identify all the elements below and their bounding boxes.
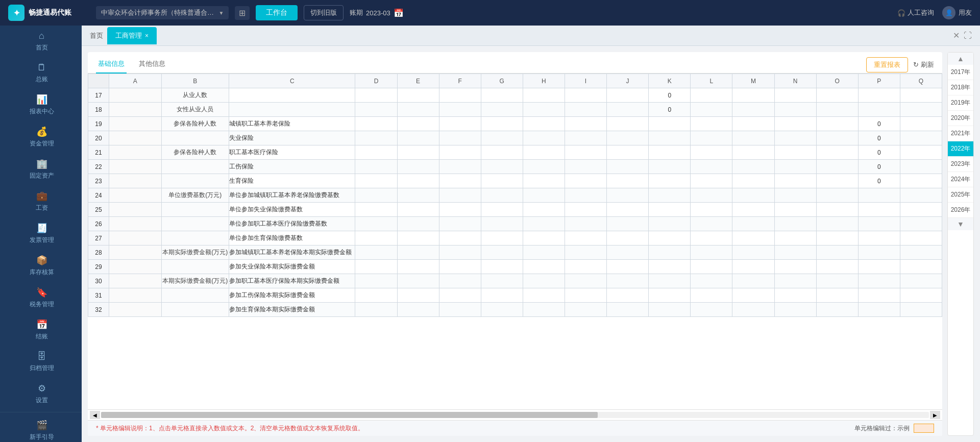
sidebar-item-settings[interactable]: ⚙ 设置 (0, 378, 82, 410)
cell-H[interactable] (523, 160, 565, 174)
cell-D[interactable] (355, 103, 397, 117)
cell-c[interactable]: 参加失业保险本期实际缴费金额 (229, 260, 355, 274)
cell-a[interactable] (109, 203, 162, 217)
cell-H[interactable] (523, 288, 565, 303)
cell-b[interactable] (161, 288, 229, 303)
cell-k[interactable] (649, 131, 691, 145)
cell-b[interactable]: 参保各险种人数 (161, 145, 229, 160)
cell-l[interactable] (691, 260, 732, 274)
horizontal-scrollbar[interactable]: ◀ ▶ (88, 409, 942, 420)
sidebar-item-finance[interactable]: 💰 资金管理 (0, 121, 82, 153)
cell-b[interactable] (161, 174, 229, 188)
cell-l[interactable] (691, 88, 732, 103)
cell-l[interactable] (691, 288, 732, 303)
year-item[interactable]: 2018年 (948, 80, 973, 95)
cell-D[interactable] (355, 117, 397, 131)
cell-a[interactable] (109, 288, 162, 303)
cell-o[interactable] (816, 174, 858, 188)
cell-I[interactable] (565, 288, 606, 303)
cell-a[interactable] (109, 145, 162, 160)
cell-G[interactable] (481, 231, 523, 245)
cell-m[interactable] (732, 303, 774, 317)
sidebar-item-wages[interactable]: 💼 工资 (0, 185, 82, 217)
cell-F[interactable] (439, 303, 481, 317)
cell-b[interactable] (161, 160, 229, 174)
cell-k[interactable] (649, 260, 691, 274)
cell-p[interactable] (858, 288, 900, 303)
cell-m[interactable] (732, 188, 774, 203)
cell-E[interactable] (397, 103, 439, 117)
cell-E[interactable] (397, 174, 439, 188)
cell-J[interactable] (607, 303, 649, 317)
cell-E[interactable] (397, 217, 439, 231)
cell-G[interactable] (481, 174, 523, 188)
sidebar-item-home[interactable]: ⌂ 首页 (0, 26, 82, 57)
cell-J[interactable] (607, 88, 649, 103)
cell-J[interactable] (607, 117, 649, 131)
cell-c[interactable]: 单位参加城镇职工基本养老保险缴费基数 (229, 188, 355, 203)
cell-F[interactable] (439, 245, 481, 260)
cell-q[interactable] (900, 103, 942, 117)
reset-report-button[interactable]: 重置报表 (866, 57, 908, 72)
cell-a[interactable] (109, 245, 162, 260)
year-item[interactable]: 2020年 (948, 111, 973, 126)
cell-I[interactable] (565, 260, 606, 274)
cell-o[interactable] (816, 117, 858, 131)
cell-m[interactable] (732, 88, 774, 103)
cell-a[interactable] (109, 260, 162, 274)
cell-n[interactable] (774, 288, 816, 303)
cell-G[interactable] (481, 145, 523, 160)
cell-m[interactable] (732, 160, 774, 174)
cell-l[interactable] (691, 188, 732, 203)
cell-H[interactable] (523, 231, 565, 245)
cell-m[interactable] (732, 274, 774, 288)
cell-H[interactable] (523, 131, 565, 145)
cell-E[interactable] (397, 145, 439, 160)
cell-E[interactable] (397, 188, 439, 203)
cell-a[interactable] (109, 303, 162, 317)
cell-a[interactable] (109, 103, 162, 117)
cell-n[interactable] (774, 303, 816, 317)
cell-F[interactable] (439, 103, 481, 117)
sidebar-item-tax[interactable]: 🔖 税务管理 (0, 282, 82, 314)
cell-k[interactable] (649, 203, 691, 217)
cell-F[interactable] (439, 288, 481, 303)
cell-G[interactable] (481, 288, 523, 303)
copy-button[interactable]: ⊞ (235, 6, 250, 20)
cell-F[interactable] (439, 131, 481, 145)
cell-J[interactable] (607, 188, 649, 203)
cell-p[interactable]: 0 (858, 160, 900, 174)
cell-E[interactable] (397, 203, 439, 217)
cell-k[interactable] (649, 288, 691, 303)
cell-l[interactable] (691, 217, 732, 231)
year-item[interactable]: 2021年 (948, 126, 973, 141)
scroll-down-arrow[interactable]: ▼ (948, 218, 973, 230)
cell-k[interactable] (649, 145, 691, 160)
cell-J[interactable] (607, 231, 649, 245)
cell-G[interactable] (481, 160, 523, 174)
cell-a[interactable] (109, 160, 162, 174)
cell-H[interactable] (523, 260, 565, 274)
cell-b[interactable] (161, 303, 229, 317)
cell-n[interactable] (774, 160, 816, 174)
cell-D[interactable] (355, 288, 397, 303)
cell-c[interactable]: 参加城镇职工基本养老保险本期实际缴费金额 (229, 245, 355, 260)
cell-p[interactable] (858, 103, 900, 117)
cell-I[interactable] (565, 174, 606, 188)
cell-F[interactable] (439, 274, 481, 288)
cell-n[interactable] (774, 188, 816, 203)
cell-k[interactable] (649, 303, 691, 317)
cell-m[interactable] (732, 145, 774, 160)
cell-q[interactable] (900, 160, 942, 174)
scroll-up-arrow[interactable]: ▲ (948, 53, 973, 65)
cell-l[interactable] (691, 131, 732, 145)
cell-D[interactable] (355, 274, 397, 288)
cell-a[interactable] (109, 274, 162, 288)
cell-G[interactable] (481, 117, 523, 131)
cell-p[interactable]: 0 (858, 131, 900, 145)
cell-p[interactable] (858, 88, 900, 103)
cell-l[interactable] (691, 274, 732, 288)
cell-D[interactable] (355, 145, 397, 160)
cell-c[interactable]: 生育保险 (229, 174, 355, 188)
cell-b[interactable]: 女性从业人员 (161, 103, 229, 117)
